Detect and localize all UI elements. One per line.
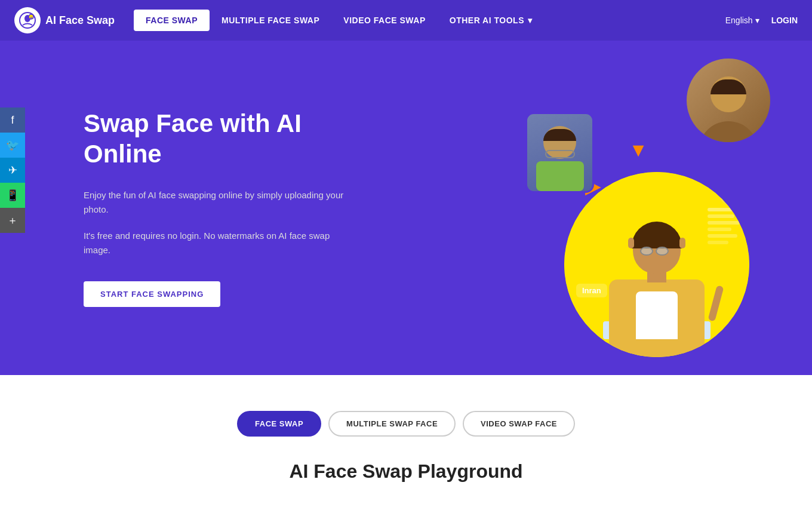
section-title: AI Face Swap Playground <box>289 460 522 483</box>
hero-illustration: ▼ ▶ <box>519 59 782 357</box>
main-face-circle: Inran 👻 <box>564 172 749 357</box>
portrait-left-glasses <box>545 150 575 158</box>
start-face-swapping-button[interactable]: START FACE SWAPPING <box>84 281 220 307</box>
tab-face-swap[interactable]: FACE SWAP <box>237 411 321 437</box>
arrow-down-icon: ▼ <box>629 139 648 161</box>
logo-icon: AI <box>14 7 41 33</box>
nav-video-face-swap[interactable]: VIDEO FACE SWAP <box>331 10 437 31</box>
tab-row: FACE SWAP MULTIPLE SWAP FACE VIDEO SWAP … <box>237 411 575 437</box>
nav-right: English ▾ LOGIN <box>725 16 798 25</box>
nav-links: FACE SWAP MULTIPLE FACE SWAP VIDEO FACE … <box>134 10 725 31</box>
hero-desc2: It's free and requires no login. No wate… <box>84 229 358 257</box>
facebook-share-button[interactable]: f <box>0 107 25 133</box>
brand-name: AI Face Swap <box>45 14 115 27</box>
hero-content: Swap Face with AI Online Enjoy the fun o… <box>84 109 358 307</box>
logo[interactable]: AI AI Face Swap <box>14 7 115 33</box>
whatsapp-share-button[interactable]: 📱 <box>0 183 25 208</box>
svg-text:AI: AI <box>30 16 33 20</box>
nav-face-swap[interactable]: FACE SWAP <box>134 10 210 31</box>
tab-video-swap-face[interactable]: VIDEO SWAP FACE <box>463 411 575 437</box>
bottom-section: FACE SWAP MULTIPLE SWAP FACE VIDEO SWAP … <box>0 375 812 506</box>
nav-other-ai-tools[interactable]: OTHER AI TOOLS ▾ <box>438 10 545 31</box>
tab-multiple-swap-face[interactable]: MULTIPLE SWAP FACE <box>328 411 456 437</box>
login-button[interactable]: LOGIN <box>771 16 798 25</box>
portrait-top <box>687 59 770 142</box>
hero-section: Swap Face with AI Online Enjoy the fun o… <box>0 41 812 375</box>
portrait-left-hair <box>543 129 576 141</box>
share-button[interactable]: ＋ <box>0 208 25 233</box>
navbar: AI AI Face Swap FACE SWAP MULTIPLE FACE … <box>0 0 812 41</box>
hero-desc1: Enjoy the fun of AI face swapping online… <box>84 188 358 217</box>
social-sidebar: f 🐦 ✈ 📱 ＋ <box>0 107 25 233</box>
chevron-down-icon: ▾ <box>755 16 759 25</box>
telegram-share-button[interactable]: ✈ <box>0 158 25 183</box>
twitter-share-button[interactable]: 🐦 <box>0 133 25 158</box>
hero-title: Swap Face with AI Online <box>84 109 358 169</box>
chevron-down-icon: ▾ <box>528 16 533 25</box>
language-selector[interactable]: English ▾ <box>725 16 759 25</box>
nav-multiple-face-swap[interactable]: MULTIPLE FACE SWAP <box>210 10 331 31</box>
